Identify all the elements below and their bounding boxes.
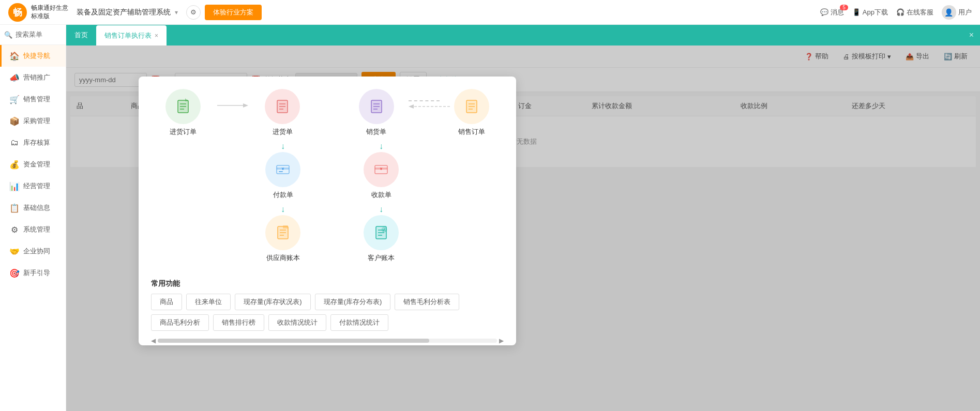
sales-icon: 🛒: [10, 95, 19, 104]
node-sales-order[interactable]: 销售订单: [440, 89, 504, 136]
tab-home[interactable]: 首页: [66, 25, 96, 45]
scrollbar-thumb[interactable]: [158, 339, 429, 343]
node-supplier-ledger-label: 供应商账本: [266, 253, 300, 263]
sidebar-item-operation[interactable]: 📊 经营管理: [0, 175, 66, 197]
purchase-icon: 📦: [10, 116, 19, 126]
sidebar-item-guide[interactable]: 🎯 新手引导: [0, 262, 66, 284]
node-purchase-order[interactable]: 进货订单: [151, 89, 215, 136]
svg-text:¥: ¥: [380, 166, 383, 171]
svg-rect-26: [279, 171, 283, 172]
experience-button[interactable]: 体验行业方案: [205, 5, 262, 20]
finance-icon: 💰: [10, 160, 19, 169]
sidebar-item-inventory[interactable]: 🗂 库存核算: [0, 132, 66, 154]
func-receipt-stats[interactable]: 收款情况统计: [268, 314, 326, 331]
purchase-order-circle: [165, 89, 201, 124]
node-purchase-bill-label: 进货单: [273, 127, 293, 136]
node-purchase-bill[interactable]: 进货单: [250, 89, 314, 136]
flow-row-3: 供应商账本: [151, 215, 504, 263]
top-right: 💬 消息 5 📱 App下载 🎧 在线客服 👤 用户: [820, 5, 972, 20]
down-arrows-row-2: ↓ ↓: [151, 204, 504, 215]
system-dropdown-arrow[interactable]: ▾: [175, 9, 178, 16]
flow-row-2: ¥ 付款单: [151, 152, 504, 200]
func-payment-stats[interactable]: 付款情况统计: [330, 314, 388, 331]
func-product[interactable]: 商品: [151, 294, 182, 310]
svg-marker-18: [409, 104, 414, 109]
common-title: 常用功能: [151, 279, 504, 288]
dashed-arrow-back: [409, 100, 440, 113]
node-payment[interactable]: ¥ 付款单: [249, 152, 316, 200]
logo-icon: 畅: [8, 3, 27, 22]
payment-circle: ¥: [265, 152, 300, 187]
collab-icon: 🤝: [10, 247, 19, 256]
sidebar-item-marketing[interactable]: 📣 营销推广: [0, 67, 66, 88]
marketing-icon: 📣: [10, 73, 19, 82]
guide-icon: 🎯: [10, 268, 19, 278]
message-icon: 💬: [820, 8, 828, 16]
func-product-gross[interactable]: 商品毛利分析: [151, 314, 209, 331]
func-sales-rank[interactable]: 销售排行榜: [213, 314, 264, 331]
avatar: 👤: [942, 5, 956, 20]
func-contacts[interactable]: 往来单位: [186, 294, 231, 310]
func-sales-gross[interactable]: 销售毛利分析表: [395, 294, 459, 310]
gear-button[interactable]: ⚙: [186, 5, 201, 20]
receipt-circle: ¥: [364, 152, 399, 187]
scrollbar-track[interactable]: [158, 339, 497, 343]
tab-bar: 首页 销售订单执行表 × ×: [66, 25, 980, 45]
sidebar: 🔍 搜索菜单 🏠 快捷导航 📣 营销推广 🛒 销售管理 📦 采购管理 🗂: [0, 25, 66, 411]
customer-ledger-circle: 人: [364, 215, 399, 250]
purchase-bill-circle: [265, 89, 300, 124]
message-button[interactable]: 💬 消息 5: [820, 8, 844, 17]
node-customer-ledger[interactable]: 人 客户账本: [348, 215, 415, 263]
message-badge: 5: [840, 5, 848, 10]
top-bar: 畅 畅康通好生意 标准版 装备及固定资产辅助管理系统 ▾ ⚙ 体验行业方案 💬 …: [0, 0, 980, 25]
search-icon: 🔍: [4, 31, 12, 39]
node-purchase-order-label: 进货订单: [170, 127, 197, 136]
tab-sales-order[interactable]: 销售订单执行表 ×: [96, 25, 167, 46]
arrow-h-1: [217, 100, 248, 126]
online-service-button[interactable]: 🎧 在线客服: [896, 8, 933, 17]
function-grid: 商品 往来单位 现存量(库存状况表) 现存量(库存分布表) 销售毛利分析表 商品…: [151, 294, 504, 331]
sales-order-circle: [454, 89, 489, 124]
sidebar-item-collab[interactable]: 🤝 企业协同: [0, 240, 66, 262]
sidebar-item-purchase[interactable]: 📦 采购管理: [0, 110, 66, 132]
flow-row-1: 进货订单: [151, 89, 504, 136]
window-close-icon[interactable]: ×: [969, 31, 974, 40]
logo-text: 畅康通好生意 标准版: [31, 4, 68, 20]
node-payment-label: 付款单: [273, 190, 293, 200]
logo-area: 畅 畅康通好生意 标准版: [8, 3, 68, 22]
system-title: 装备及固定资产辅助管理系统: [77, 8, 171, 17]
operation-icon: 📊: [10, 181, 19, 191]
search-menu[interactable]: 🔍 搜索菜单: [0, 25, 66, 45]
down-arrow-receipt: ↓: [348, 142, 415, 151]
node-receipt[interactable]: ¥ 收款单: [348, 152, 415, 200]
tab-close-icon[interactable]: ×: [155, 32, 158, 39]
node-sales-bill[interactable]: 销货单: [344, 89, 409, 136]
common-functions: 常用功能 商品 往来单位 现存量(库存状况表) 现存量(库存分布表) 销售毛利分…: [151, 279, 504, 331]
down-arrows-row: ↓ ↓: [151, 141, 504, 152]
node-supplier-ledger[interactable]: 供应商账本: [249, 215, 316, 263]
sidebar-item-sales[interactable]: 🛒 销售管理: [0, 88, 66, 110]
svg-marker-6: [243, 103, 248, 108]
sidebar-item-finance[interactable]: 💰 资金管理: [0, 154, 66, 175]
sidebar-item-quick-nav[interactable]: 🏠 快捷导航: [0, 45, 66, 67]
scroll-right-icon[interactable]: ▶: [499, 337, 504, 344]
sidebar-item-system[interactable]: ⚙ 系统管理: [0, 219, 66, 240]
popup-overlay[interactable]: 进货订单: [66, 45, 980, 411]
svg-text:¥: ¥: [281, 166, 284, 171]
inventory-icon: 🗂: [10, 138, 19, 147]
system-icon: ⚙: [10, 225, 19, 234]
app-download-button[interactable]: 📱 App下载: [852, 8, 888, 17]
func-stock-status[interactable]: 现存量(库存状况表): [235, 294, 311, 310]
home-icon: 🏠: [10, 51, 19, 60]
node-sales-bill-label: 销货单: [366, 127, 386, 136]
sidebar-item-basic[interactable]: 📋 基础信息: [0, 197, 66, 219]
scroll-left-icon[interactable]: ◀: [151, 337, 156, 344]
mobile-icon: 📱: [852, 8, 861, 16]
supplier-ledger-circle: [265, 215, 300, 250]
svg-rect-36: [283, 225, 288, 229]
func-stock-dist[interactable]: 现存量(库存分布表): [315, 294, 391, 310]
content-area: 首页 销售订单执行表 × × ❓ 帮助: [66, 25, 980, 411]
user-menu[interactable]: 👤 用户: [942, 5, 972, 20]
svg-text:人: 人: [383, 228, 386, 232]
popup-scrollbar: ◀ ▶: [151, 337, 504, 344]
